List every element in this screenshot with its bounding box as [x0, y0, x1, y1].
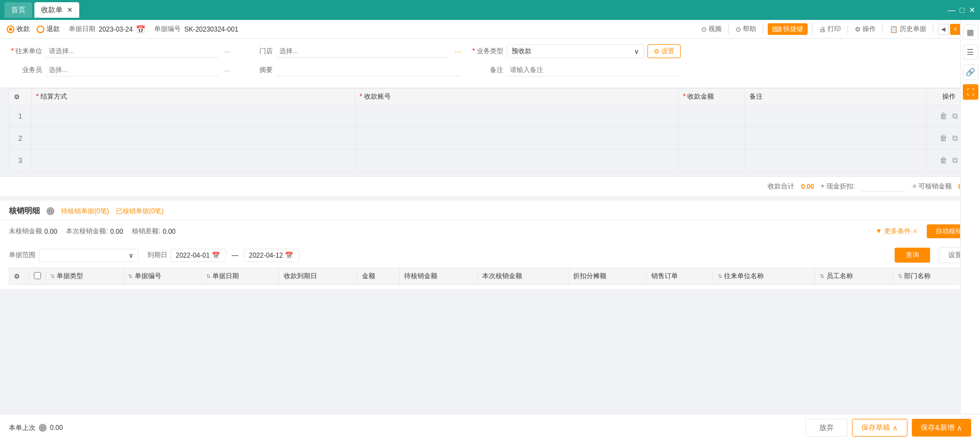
verify-info-icon[interactable]: ⓘ	[47, 207, 54, 215]
counterpart-input[interactable]	[45, 45, 218, 58]
table-row: 1 🗑 ⧉	[9, 105, 971, 127]
row-1-settlement[interactable]	[32, 105, 355, 127]
date-to-calendar-icon: 📅	[285, 252, 293, 259]
vth-checkbox[interactable]	[29, 268, 46, 285]
toolbar: 收款 退款 单据日期 2023-03-24 📅 单据编号 SK-20230324…	[0, 20, 980, 39]
row-1-amount[interactable]	[678, 105, 745, 127]
sidebar-expand-icon[interactable]: ⛶	[963, 84, 978, 100]
date-to-input[interactable]: 2022-04-12 📅	[244, 249, 299, 262]
row-3-amount[interactable]	[678, 150, 745, 172]
table-row: 2 🗑 ⧉	[9, 127, 971, 150]
row-2-settlement[interactable]	[32, 127, 355, 150]
tab-home[interactable]: 首页	[4, 2, 32, 18]
done-tab[interactable]: 已核销单据(0笔)	[116, 207, 164, 216]
th-remark: 备注	[745, 89, 927, 105]
discount-input[interactable]	[861, 181, 906, 192]
salesperson-more-btn[interactable]: ···	[224, 66, 231, 75]
shortcut-btn[interactable]: ⌨ 快捷键	[768, 23, 808, 35]
row-2-account[interactable]	[355, 127, 678, 150]
row-2-amount[interactable]	[678, 127, 745, 150]
nav-prev-btn[interactable]: ◀	[938, 24, 949, 35]
ops-icon: ⚙	[855, 25, 861, 33]
vth-type: ⇅ 单据类型	[46, 268, 124, 285]
select-all-checkbox[interactable]	[34, 272, 41, 279]
biz-type-select[interactable]: 预收款 ∨	[507, 44, 644, 58]
remark-input[interactable]	[507, 64, 681, 76]
sidebar-table-icon[interactable]: ▦	[963, 24, 978, 40]
tab-receipt-close[interactable]: ✕	[67, 6, 73, 14]
radio-refund[interactable]: 退款	[37, 24, 60, 34]
tab-list: 首页 收款单 ✕	[4, 2, 79, 18]
summary-input[interactable]	[276, 64, 461, 76]
unchecked-field: 未核销金额 0.00	[9, 227, 57, 236]
row-1-delete-icon[interactable]: 🗑	[940, 111, 947, 120]
row-3-remark[interactable]	[745, 150, 927, 172]
date-from-input[interactable]: 2022-04-01 📅	[171, 249, 226, 262]
row-3-copy-icon[interactable]: ⧉	[952, 156, 958, 165]
salesperson-input[interactable]	[45, 64, 218, 76]
radio-receive[interactable]: 收款	[7, 24, 30, 34]
ops-btn[interactable]: ⚙ 操作	[853, 23, 878, 35]
row-2-copy-icon[interactable]: ⧉	[952, 134, 958, 142]
maximize-btn[interactable]: □	[960, 6, 964, 14]
vth-current: 本次核销金额	[478, 268, 569, 285]
main-scroll-area: 收款 退款 单据日期 2023-03-24 📅 单据编号 SK-20230324…	[0, 20, 980, 350]
range-select[interactable]: ∨	[39, 249, 139, 262]
list-view-icon: ☰	[967, 48, 974, 57]
row-2-remark[interactable]	[745, 127, 927, 150]
verify-title: 核销明细	[9, 206, 40, 216]
divider-4	[848, 25, 848, 34]
history-label: 历史单据	[900, 24, 926, 34]
tab-receipt[interactable]: 收款单 ✕	[34, 2, 79, 18]
close-btn[interactable]: ✕	[969, 6, 976, 14]
receipt-table: ⚙ * 结算方式 * 收款账号 * 收款金额 备注 操作	[9, 88, 971, 172]
vth-settings[interactable]: ⚙	[9, 268, 29, 285]
setting-button[interactable]: ⚙ 设置	[647, 44, 681, 58]
counterpart-more-btn[interactable]: ···	[224, 47, 231, 56]
biz-type-label: 业务类型	[470, 47, 503, 56]
filter-row: 单据范围 ∨ 到期日 2022-04-01 📅 — 2022-04-12 📅 查	[0, 243, 980, 268]
row-2-delete-icon[interactable]: 🗑	[940, 134, 947, 142]
window-controls: — □ ✕	[948, 6, 976, 14]
row-3-settlement[interactable]	[32, 150, 355, 172]
history-btn[interactable]: 📋 历史单据	[887, 23, 928, 35]
print-btn[interactable]: 🖨 打印	[817, 23, 843, 35]
row-1-remark[interactable]	[745, 105, 927, 127]
row-1-account[interactable]	[355, 105, 678, 127]
diff-value: 0.00	[162, 228, 175, 235]
nav-list-btn[interactable]: ≡	[950, 24, 961, 35]
th-settings[interactable]: ⚙	[9, 89, 32, 105]
help-btn[interactable]: ⊙ 帮助	[733, 23, 758, 35]
store-input[interactable]	[276, 45, 449, 58]
date-calendar-icon[interactable]: 📅	[136, 25, 145, 34]
remark-label: 备注	[470, 65, 503, 75]
th-account-required: *	[360, 93, 364, 100]
current-check-field: 本次核销金额: 0.00	[66, 227, 123, 236]
biz-type-field: 业务类型 预收款 ∨ ⚙ 设置	[470, 44, 681, 58]
store-more-btn[interactable]: ···	[455, 47, 461, 56]
vth-amount: 金额	[358, 268, 399, 285]
query-btn[interactable]: 查询	[895, 248, 930, 263]
summary-field: 摘要	[239, 64, 461, 76]
tab-receipt-label: 收款单	[41, 5, 63, 15]
right-sidebar: ▦ ☰ 🔗 ⛶	[960, 20, 980, 350]
video-btn[interactable]: ⊙ 视频	[699, 23, 724, 35]
number-field: 单据编号 SK-20230324-001	[154, 24, 238, 34]
discount-label: + 现金折扣:	[821, 182, 855, 191]
sidebar-list-icon[interactable]: ☰	[963, 44, 978, 60]
summary-label: 摘要	[239, 65, 273, 75]
pending-tab[interactable]: 待核销单据(0笔)	[61, 207, 109, 216]
table-row: 3 🗑 ⧉	[9, 150, 971, 172]
row-1-copy-icon[interactable]: ⧉	[952, 111, 958, 120]
row-3-delete-icon[interactable]: 🗑	[940, 156, 947, 165]
attachment-icon: 🔗	[966, 68, 975, 76]
sidebar-attach-icon[interactable]: 🔗	[963, 64, 978, 80]
table-header-row: ⚙ * 结算方式 * 收款账号 * 收款金额 备注 操作	[9, 89, 971, 105]
tab-bar: 首页 收款单 ✕ — □ ✕	[0, 0, 980, 20]
more-conditions-btn[interactable]: ▼ 更多条件 ∧	[875, 227, 918, 236]
salesperson-field: 业务员 ···	[9, 64, 231, 76]
row-3-account[interactable]	[355, 150, 678, 172]
minimize-btn[interactable]: —	[948, 6, 956, 14]
current-check-value: 0.00	[110, 228, 123, 235]
number-value: SK-20230324-001	[184, 25, 238, 33]
